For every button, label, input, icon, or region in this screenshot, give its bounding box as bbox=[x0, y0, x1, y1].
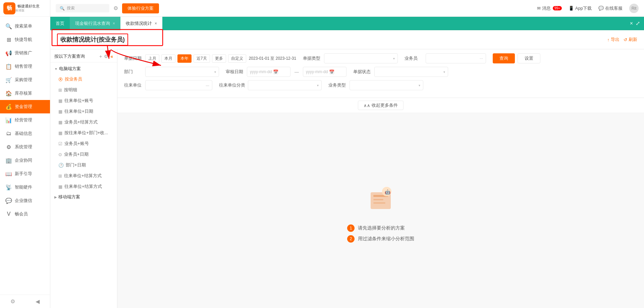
sidebar-icon-inventory: 🏠 bbox=[5, 90, 12, 97]
sidebar-icon-sales: 📋 bbox=[5, 63, 12, 70]
sidebar-icon-marketing: 📢 bbox=[5, 50, 12, 56]
sidebar-menu: 🔍 搜索菜单 ⊞ 快捷导航 📢 营销推广 📋 销售管理 🛒 采购管理 🏠 库存核… bbox=[0, 17, 50, 295]
sidebar-item-base[interactable]: 🗂 基础信息 bbox=[0, 127, 50, 140]
sidebar-item-nav[interactable]: ⊞ 快捷导航 bbox=[0, 33, 50, 46]
tab-receipts-close[interactable]: × bbox=[155, 21, 157, 26]
date-btn-custom[interactable]: 自定义 bbox=[228, 54, 246, 63]
sidebar-label-member: 畅会员 bbox=[15, 211, 28, 217]
sidebar-label-operation: 经营管理 bbox=[15, 117, 32, 123]
sidebar-item-system[interactable]: ⚙ 系统管理 bbox=[0, 140, 50, 154]
biz-type-select[interactable]: ▾ bbox=[350, 80, 423, 90]
sidebar-item-guide[interactable]: 📖 新手引导 bbox=[0, 167, 50, 181]
sidebar-item-sales[interactable]: 📋 销售管理 bbox=[0, 60, 50, 73]
audit-date-dash: — bbox=[294, 69, 299, 74]
date-btn-more[interactable]: 更多 bbox=[212, 54, 226, 63]
scheme-group-mobile-header[interactable]: ▶ 移动端方案 bbox=[50, 192, 117, 202]
logo-badge: 标准版 bbox=[15, 8, 40, 13]
audit-date-start[interactable]: yyyy-mm-dd 📅 bbox=[247, 67, 290, 77]
message-icon: ✉ bbox=[537, 6, 541, 11]
sidebar-item-hardware[interactable]: 📡 智能硬件 bbox=[0, 181, 50, 194]
filter-group-doc-status: 单据状态 ▾ bbox=[353, 67, 448, 77]
step-2-num: 2 bbox=[347, 235, 355, 243]
date-btn-7days[interactable]: 近7天 bbox=[194, 54, 210, 63]
page-title: 收款情况统计(按业务员) bbox=[57, 34, 128, 46]
scheme-add-button[interactable]: + bbox=[99, 54, 102, 59]
service-label: 在线客服 bbox=[605, 5, 623, 11]
collapse-button[interactable]: ∧∧ 收起更多条件 bbox=[358, 101, 404, 110]
empty-step-1: 1 请先选择要分析的方案 bbox=[347, 224, 414, 232]
doc-status-select[interactable]: ▾ bbox=[374, 67, 448, 77]
refresh-button[interactable]: ↺ 刷新 bbox=[624, 37, 637, 43]
date-btn-last-month[interactable]: 上月 bbox=[145, 54, 159, 63]
query-button[interactable]: 查询 bbox=[493, 53, 515, 63]
search-placeholder: 搜索 bbox=[67, 5, 75, 11]
scheme-icon-partner-settle1: ⊞ bbox=[58, 173, 62, 178]
online-service-button[interactable]: 💬 在线客服 bbox=[598, 5, 623, 11]
sidebar-item-finance[interactable]: 💰 资金管理 bbox=[0, 100, 50, 113]
topbar-search[interactable]: 🔍 搜索 bbox=[56, 4, 109, 12]
app-download-button[interactable]: 📱 App下载 bbox=[569, 5, 592, 11]
sidebar-item-inventory[interactable]: 🏠 库存核算 bbox=[0, 87, 50, 100]
scheme-icon-partner-settle2: ▦ bbox=[58, 184, 62, 189]
topbar-settings-icon[interactable]: ⚙ bbox=[113, 5, 118, 11]
filter-panel: 单据日期 上月 本月 本年 近7天 更多 自定义 2023-01-01 至 20… bbox=[117, 49, 644, 308]
sidebar-label-hardware: 智能硬件 bbox=[15, 184, 32, 190]
collapse-sidebar-icon[interactable]: ◀ bbox=[36, 298, 40, 305]
doc-type-select[interactable]: ▾ bbox=[324, 53, 398, 63]
scheme-item-partner-account[interactable]: ▦ 往来单位+账号 bbox=[50, 95, 117, 106]
sidebar-item-enterprise[interactable]: 🏢 企业协同 bbox=[0, 154, 50, 167]
svg-text:🤖: 🤖 bbox=[385, 189, 391, 195]
scheme-item-partner-settle1[interactable]: ⊞ 往来单位+结算方式 bbox=[50, 170, 117, 181]
export-label: 导出 bbox=[611, 37, 620, 43]
export-button[interactable]: ↑ 导出 bbox=[607, 37, 620, 43]
scheme-settings-button[interactable]: ⚙ bbox=[104, 54, 108, 59]
scheme-group-desktop-header[interactable]: ▼ 电脑端方案 bbox=[50, 64, 117, 74]
scheme-item-partner-date[interactable]: ▦ 往来单位+日期 bbox=[50, 106, 117, 117]
sidebar-item-wechat[interactable]: 💬 企业微信 bbox=[0, 194, 50, 207]
sidebar-item-search[interactable]: 🔍 搜索菜单 bbox=[0, 19, 50, 33]
settings-button[interactable]: 设置 bbox=[518, 53, 540, 63]
date-btn-this-month[interactable]: 本月 bbox=[161, 54, 175, 63]
sidebar-item-purchase[interactable]: 🛒 采购管理 bbox=[0, 73, 50, 87]
sidebar-label-inventory: 库存核算 bbox=[15, 90, 32, 96]
scheme-item-partner-dept[interactable]: ▦ 按往来单位+部门+收... bbox=[50, 127, 117, 138]
scheme-item-by-detail[interactable]: ⊞ 按明细 bbox=[50, 85, 117, 95]
date-btn-this-year[interactable]: 本年 bbox=[177, 54, 192, 63]
scheme-item-dept-date[interactable]: 🕐 部门+日期 bbox=[50, 160, 117, 170]
salesperson-select[interactable]: ··· bbox=[426, 53, 486, 63]
partner-type-select[interactable]: ▾ bbox=[248, 80, 322, 90]
scheme-icon-partner-date: ▦ bbox=[58, 109, 62, 114]
scheme-item-salesperson-date[interactable]: ⊙ 业务员+日期 bbox=[50, 149, 117, 160]
settings-bottom-icon[interactable]: ⚙ bbox=[10, 298, 15, 305]
filter-group-partner-type: 往来单位分类 ▾ bbox=[219, 80, 322, 90]
try-industry-button[interactable]: 体验行业方案 bbox=[122, 3, 159, 13]
tab-home[interactable]: 首页 bbox=[50, 17, 70, 30]
dept-select[interactable]: ▾ bbox=[145, 67, 219, 77]
sidebar-item-operation[interactable]: 📊 经营管理 bbox=[0, 113, 50, 127]
collapse-label: 收起更多条件 bbox=[372, 102, 398, 108]
message-button[interactable]: ✉ 消息 99+ bbox=[537, 5, 562, 11]
tab-close-all-button[interactable]: × bbox=[630, 20, 633, 27]
user-avatar[interactable]: Rit bbox=[629, 4, 639, 13]
tab-maximize-button[interactable]: ⤢ bbox=[636, 20, 640, 27]
scheme-item-salesperson-account[interactable]: ☑ 业务员+账号 bbox=[50, 138, 117, 149]
sidebar-item-member[interactable]: V 畅会员 bbox=[0, 207, 50, 221]
scheme-panel-title: 按以下方案查询 bbox=[54, 53, 85, 59]
audit-date-end-cal-icon: 📅 bbox=[329, 69, 334, 74]
audit-date-start-cal-icon: 📅 bbox=[273, 69, 278, 74]
partner-select[interactable]: ··· bbox=[145, 80, 212, 90]
partner-more-btn[interactable]: ··· bbox=[206, 83, 209, 88]
scheme-label-partner-date: 往来单位+日期 bbox=[64, 108, 93, 114]
tab-bank-close[interactable]: × bbox=[113, 21, 115, 26]
sidebar-item-marketing[interactable]: 📢 营销推广 bbox=[0, 46, 50, 60]
tab-bank[interactable]: 现金银行流水查询 × bbox=[70, 17, 120, 30]
sidebar-icon-finance: 💰 bbox=[5, 103, 12, 110]
scheme-item-partner-settle2[interactable]: ▦ 往来单位+结算方式 bbox=[50, 181, 117, 192]
scheme-item-salesperson-settle[interactable]: ▦ 业务员+结算方式 bbox=[50, 117, 117, 127]
page-header: 收款情况统计(按业务员) ↑ 导出 ↺ 刷新 bbox=[50, 30, 644, 49]
tab-receipts[interactable]: 收款情况统计 × bbox=[120, 17, 162, 30]
scheme-item-by-salesperson[interactable]: ⦿ 按业务员 bbox=[50, 74, 117, 85]
scheme-collapse-button[interactable]: « bbox=[110, 54, 113, 59]
empty-step-2: 2 用过滤条件来缩小分析范围 bbox=[347, 235, 414, 243]
audit-date-end[interactable]: yyyy-mm-dd 📅 bbox=[303, 67, 346, 77]
